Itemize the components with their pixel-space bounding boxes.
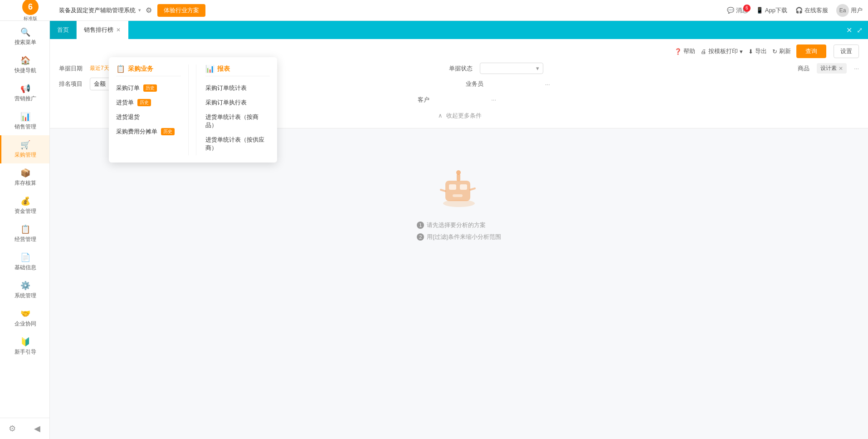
dropdown-item-purchase-order[interactable]: 采购订单 历史 [116,81,181,95]
tab-bar: 首页 销售排行榜 ✕ ✕ ⤢ [50,21,868,39]
date-tag-7days[interactable]: 最近7天 [90,64,109,72]
dropdown-item-order-exec[interactable]: 采购订单执行表 [205,95,270,110]
logo-subtitle: 标准版 [24,15,37,22]
guide-icon: 🔰 [20,337,30,347]
cart-icon: 🛒 [20,140,30,150]
tab-close-all-btn[interactable]: ✕ [846,26,852,35]
topbar: 6 标准版 装备及固定资产辅助管理系统 ▾ ⚙ 体验行业方案 💬 消息 6 📱 … [0,0,868,21]
dropdown-columns: 📋 采购业务 采购订单 历史 进货单 历史 进货退货 [116,64,270,155]
purchase-order-history-badge: 历史 [143,84,157,92]
sidebar-item-sales[interactable]: 📊 销售管理 [0,107,49,135]
query-btn[interactable]: 查询 [796,44,826,58]
svg-rect-2 [449,184,456,190]
customer-more[interactable]: ··· [491,96,496,103]
sidebar-item-enterprise[interactable]: 🤝 企业协同 [0,304,49,332]
expense-history-badge: 历史 [161,128,175,135]
online-service-btn[interactable]: 🎧 在线客服 [795,6,828,15]
sidebar-item-system[interactable]: ⚙️ 系统管理 [0,276,49,304]
report-col-icon: 📊 [205,64,215,73]
svg-line-7 [441,190,445,191]
salesman-more[interactable]: ··· [545,81,550,88]
sidebar-item-marketing[interactable]: 📢 营销推广 [0,79,49,107]
empty-text: 1 请先选择要分析的方案 2 用[过滤]条件来缩小分析范围 [417,219,501,243]
chart-icon: 📊 [20,112,30,122]
home-icon: 🏠 [20,55,30,65]
export-btn[interactable]: ⬇ 导出 [748,47,767,55]
handshake-icon: 🤝 [20,309,30,319]
sidebar-item-nav[interactable]: 🏠 快捷导航 [0,51,49,79]
topbar-right: 💬 消息 6 📱 App下载 🎧 在线客服 Ea 用户 [727,4,863,17]
dropdown-item-inbound-stat-supplier[interactable]: 进货单统计表（按供应商） [205,133,270,155]
settings-icon[interactable]: ⚙ [146,6,152,15]
sidebar-item-finance[interactable]: 💰 资金管理 [0,192,49,220]
salesman-field[interactable]: ··· [491,79,554,90]
rank-label: 排名项目 [59,80,83,88]
sidebar-item-operations[interactable]: 📋 经营管理 [0,220,49,248]
sidebar-item-search[interactable]: 🔍 搜索菜单 [0,23,49,51]
print-btn[interactable]: 🖨 按模板打印 ▾ [701,47,743,55]
svg-rect-5 [457,174,460,181]
print-icon: 🖨 [701,48,707,55]
dropdown-item-inbound-stat-goods[interactable]: 进货单统计表（按商品） [205,110,270,133]
svg-rect-3 [460,184,467,190]
empty-illustration [432,165,486,210]
sidebar-settings-btn[interactable]: ⚙ [0,422,25,435]
purchase-col-header: 📋 采购业务 [116,64,181,76]
box-icon: 📦 [20,168,30,178]
purchase-col-icon: 📋 [116,64,125,73]
content-area: 首页 销售排行榜 ✕ ✕ ⤢ ❓ 帮助 [50,21,868,439]
goods-tag-close[interactable]: ✕ [839,65,843,72]
inbound-history-badge: 历史 [137,99,151,106]
notification-btn[interactable]: 💬 消息 6 [727,6,748,15]
system-dropdown-arrow[interactable]: ▾ [138,7,141,13]
system-icon: ⚙️ [20,281,30,291]
industry-btn[interactable]: 体验行业方案 [157,4,205,17]
search-icon: 🔍 [20,27,30,37]
customer-field[interactable]: ··· [437,94,500,105]
goods-filter-tag: 设计素 ✕ [817,63,847,74]
tab-close-icon[interactable]: ✕ [116,27,121,33]
help-btn[interactable]: ❓ 帮助 [674,47,695,55]
dropdown-item-inbound[interactable]: 进货单 历史 [116,95,181,110]
info-icon: 📄 [20,252,30,262]
goods-label: 商品 [798,64,809,73]
print-dropdown-arrow[interactable]: ▾ [740,48,743,55]
main-layout: 🔍 搜索菜单 🏠 快捷导航 📢 营销推广 📊 销售管理 🛒 采购管理 📦 库存核… [0,21,868,439]
dropdown-item-order-stat[interactable]: 采购订单统计表 [205,81,270,95]
sidebar: 🔍 搜索菜单 🏠 快捷导航 📢 营销推广 📊 销售管理 🛒 采购管理 📦 库存核… [0,21,50,439]
date-label: 单据日期 [59,64,83,73]
system-name: 装备及固定资产辅助管理系统 [59,6,136,15]
logo-icon: 6 [22,0,39,15]
tab-bar-actions: ✕ ⤢ [841,21,868,39]
help-icon: ❓ [674,48,682,55]
dropdown-item-expense[interactable]: 采购费用分摊单 历史 [116,124,181,139]
customer-label: 客户 [418,96,429,104]
sidebar-collapse-btn[interactable]: ◀ [25,422,50,435]
logo-area: 6 标准版 [5,0,55,22]
sidebar-item-inventory[interactable]: 📦 库存核算 [0,163,49,192]
salesman-label: 业务员 [466,80,483,88]
settings-btn[interactable]: 设置 [834,44,859,58]
money-icon: 💰 [20,196,30,206]
tab-sales-ranking[interactable]: 销售排行榜 ✕ [77,21,128,39]
refresh-btn[interactable]: ↻ 刷新 [772,47,791,55]
app-download-btn[interactable]: 📱 App下载 [756,6,787,15]
purchase-dropdown-menu: 📋 采购业务 采购订单 历史 进货单 历史 进货退货 [109,57,277,163]
svg-line-8 [470,188,475,190]
sidebar-bottom: ⚙ ◀ [0,418,49,439]
sidebar-item-basic-info[interactable]: 📄 基础信息 [0,248,49,276]
tab-fullscreen-btn[interactable]: ⤢ [857,26,863,35]
sidebar-item-guide[interactable]: 🔰 新手引导 [0,332,49,360]
empty-tip-1: 1 请先选择要分析的方案 [417,219,501,231]
report-col: 📊 报表 采购订单统计表 采购订单执行表 进货单统计表（按商品） [196,64,270,155]
doc-status-select[interactable]: ▾ [480,63,543,74]
goods-more[interactable]: ··· [854,65,859,72]
system-area: 装备及固定资产辅助管理系统 ▾ ⚙ 体验行业方案 [59,4,727,17]
clipboard-icon: 📋 [20,224,30,234]
phone-icon: 📱 [756,7,763,14]
empty-tip-2: 2 用[过滤]条件来缩小分析范围 [417,231,501,243]
user-menu[interactable]: Ea 用户 [836,4,863,17]
dropdown-item-return[interactable]: 进货退货 [116,110,181,124]
tab-home[interactable]: 首页 [50,21,77,39]
sidebar-item-purchase[interactable]: 🛒 采购管理 [0,135,49,163]
